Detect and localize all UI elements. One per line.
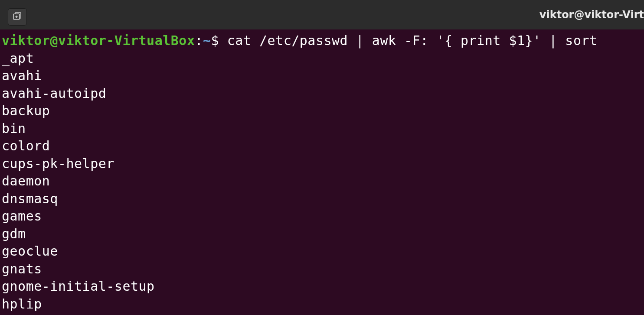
output-line: geoclue: [2, 243, 642, 260]
output-line: backup: [2, 102, 642, 120]
output-line: gnome-initial-setup: [2, 278, 642, 296]
prompt-separator: :: [195, 33, 203, 48]
output-line: avahi: [2, 67, 642, 85]
new-tab-icon: [13, 12, 22, 22]
output-line: avahi-autoipd: [2, 85, 642, 103]
prompt-cwd: ~: [203, 33, 211, 48]
titlebar: viktor@viktor-Virt: [0, 0, 644, 29]
output-line: gnats: [2, 260, 642, 278]
command-text: cat /etc/passwd | awk -F: '{ print $1}' …: [227, 33, 598, 48]
command-text: [219, 33, 227, 48]
output-line: colord: [2, 137, 642, 155]
prompt-user-host: viktor@viktor-VirtualBox: [2, 33, 195, 48]
output-line: cups-pk-helper: [2, 155, 642, 173]
output-line: hplip: [2, 296, 642, 313]
new-tab-button[interactable]: [8, 8, 27, 26]
output-line: gdm: [2, 225, 642, 243]
window-title: viktor@viktor-Virt: [539, 9, 644, 21]
output-line: daemon: [2, 172, 642, 190]
prompt-symbol: $: [211, 33, 219, 48]
output-line: dnsmasq: [2, 190, 642, 208]
output-line: games: [2, 208, 642, 225]
output-line: _apt: [2, 50, 642, 68]
output-line: bin: [2, 120, 642, 138]
terminal-area[interactable]: viktor@viktor-VirtualBox:~$ cat /etc/pas…: [0, 29, 644, 315]
prompt-line: viktor@viktor-VirtualBox:~$ cat /etc/pas…: [2, 32, 642, 50]
output-container: _aptavahiavahi-autoipdbackupbincolordcup…: [2, 50, 642, 313]
